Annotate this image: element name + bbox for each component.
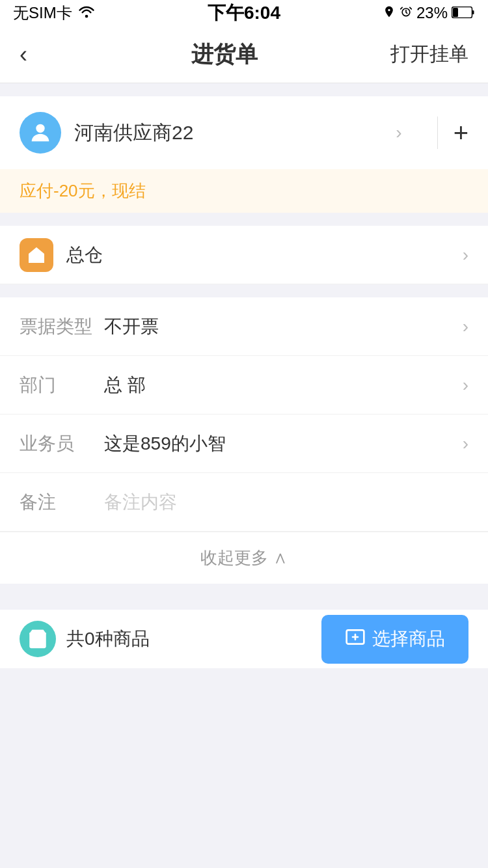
form-fields-section: 票据类型 不开票 › 部门 总 部 › 业务员 这是859的小智 › 备注 备注… — [0, 297, 488, 584]
invoice-label: 票据类型 — [20, 314, 104, 339]
warehouse-icon — [26, 245, 47, 265]
notice-text: 应付-20元，现结 — [20, 181, 146, 200]
supplier-section: 河南供应商22 › + 应付-20元，现结 — [0, 96, 488, 213]
department-label: 部门 — [20, 373, 104, 398]
status-right: 23% — [383, 4, 475, 22]
section-gap-4 — [0, 584, 488, 597]
invoice-value: 不开票 — [104, 314, 463, 339]
salesman-label: 业务员 — [20, 431, 104, 456]
remark-placeholder: 备注内容 — [104, 490, 468, 515]
nav-bar: ‹ 进货单 打开挂单 — [0, 26, 488, 83]
page-title: 进货单 — [191, 40, 258, 70]
form-row-invoice[interactable]: 票据类型 不开票 › — [0, 297, 488, 356]
remark-label: 备注 — [20, 490, 104, 515]
supplier-row[interactable]: 河南供应商22 › + — [0, 96, 488, 169]
section-gap-1 — [0, 83, 488, 96]
status-left: 无SIM卡 — [13, 3, 96, 23]
battery-icon — [452, 4, 475, 22]
status-bar: 无SIM卡 下午6:04 23% — [0, 0, 488, 26]
warehouse-icon-wrapper — [20, 238, 53, 272]
section-gap-3 — [0, 284, 488, 297]
select-product-icon — [345, 627, 366, 652]
add-supplier-button[interactable]: + — [454, 118, 468, 148]
cart-icon — [27, 628, 49, 650]
salesman-value: 这是859的小智 — [104, 431, 463, 456]
form-row-department[interactable]: 部门 总 部 › — [0, 356, 488, 414]
warehouse-arrow-icon: › — [463, 245, 468, 265]
select-product-button[interactable]: 选择商品 — [321, 615, 468, 664]
section-gap-2 — [0, 213, 488, 226]
page-background — [0, 668, 488, 863]
select-product-label: 选择商品 — [372, 627, 445, 651]
location-icon — [383, 4, 396, 22]
svg-rect-3 — [472, 10, 474, 14]
collapse-bar[interactable]: 收起更多 ∧ — [0, 532, 488, 584]
salesman-arrow-icon: › — [463, 433, 468, 454]
department-arrow-icon: › — [463, 375, 468, 396]
wifi-icon — [77, 4, 96, 22]
status-time: 下午6:04 — [208, 1, 280, 25]
divider-vertical — [437, 116, 438, 149]
form-row-salesman[interactable]: 业务员 这是859的小智 › — [0, 414, 488, 473]
carrier-label: 无SIM卡 — [13, 3, 72, 23]
open-pending-button[interactable]: 打开挂单 — [390, 41, 468, 68]
svg-point-4 — [36, 124, 44, 133]
supplier-arrow-icon: › — [396, 122, 401, 143]
collapse-label: 收起更多 ∧ — [200, 547, 287, 569]
product-icon-wrapper — [20, 621, 56, 657]
product-count: 共0种商品 — [66, 627, 321, 651]
supplier-avatar — [20, 112, 61, 154]
notice-bar: 应付-20元，现结 — [0, 169, 488, 213]
bottom-bar: 共0种商品 选择商品 — [0, 610, 488, 668]
department-value: 总 部 — [104, 373, 463, 398]
person-icon — [27, 120, 53, 146]
warehouse-name: 总仓 — [66, 243, 463, 267]
alarm-icon — [400, 4, 413, 22]
svg-rect-2 — [453, 8, 458, 17]
form-row-remark[interactable]: 备注 备注内容 — [0, 473, 488, 532]
battery-label: 23% — [416, 4, 448, 22]
warehouse-row[interactable]: 总仓 › — [0, 226, 488, 284]
invoice-arrow-icon: › — [463, 316, 468, 337]
back-button[interactable]: ‹ — [20, 41, 59, 68]
supplier-name: 河南供应商22 — [74, 120, 396, 146]
